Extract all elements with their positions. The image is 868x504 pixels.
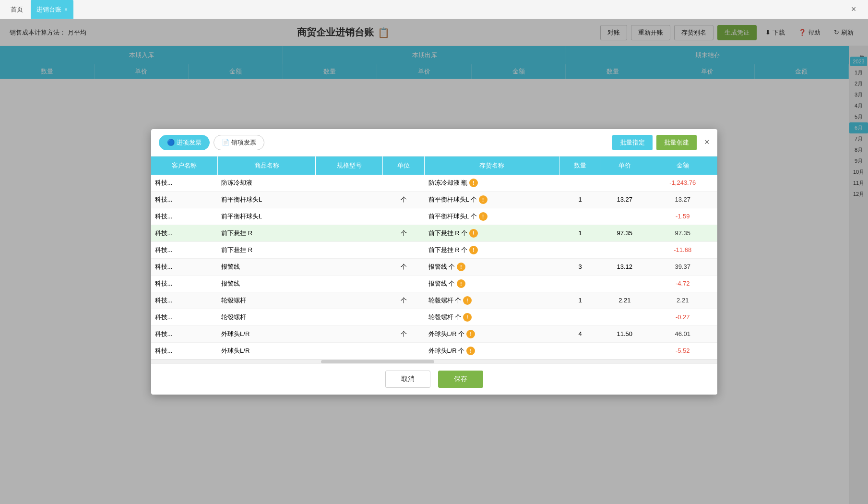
cell-customer-0: 科技...	[151, 175, 218, 192]
cell-amount-1: 13.27	[648, 191, 717, 208]
cell-quantity-4	[559, 241, 601, 258]
warning-icon: !	[469, 179, 478, 187]
cell-quantity-6	[559, 275, 601, 292]
save-button[interactable]: 保存	[438, 371, 483, 388]
cell-spec-2	[316, 208, 383, 225]
cell-customer-3: 科技...	[151, 225, 218, 241]
active-tab[interactable]: 进销台账 ×	[31, 0, 73, 19]
cell-customer-2: 科技...	[151, 208, 218, 225]
modal-horizontal-scrollbar[interactable]	[151, 360, 717, 363]
cell-spec-3	[316, 225, 383, 241]
modal-overlay: 🔵 进项发票 📄 销项发票 批量指定 批量创建 ×	[0, 19, 868, 504]
table-row: 科技... 外球头L/R 个 外球头L/R 个 ! 4 11.50 46.01	[151, 325, 717, 342]
cell-product-6: 报警线	[217, 275, 316, 292]
close-tab-icon[interactable]: ×	[64, 6, 68, 13]
cell-customer-8: 科技...	[151, 309, 218, 325]
cell-amount-5: 39.37	[648, 258, 717, 275]
cell-inventory-8: 轮毂螺杆 个 !	[425, 309, 559, 325]
cell-amount-4: -11.68	[648, 241, 717, 258]
cell-quantity-3: 1	[559, 225, 601, 241]
cell-amount-9: 46.01	[648, 325, 717, 342]
col-spec: 规格型号	[316, 156, 383, 175]
cell-amount-0: -1,243.76	[648, 175, 717, 192]
cell-quantity-7: 1	[559, 292, 601, 309]
table-row: 科技... 报警线 个 报警线 个 ! 3 13.12 39.37	[151, 258, 717, 275]
cell-unit-5: 个	[383, 258, 425, 275]
cell-unit-7: 个	[383, 292, 425, 309]
warning-icon: !	[479, 212, 488, 221]
col-unit-price: 单价	[601, 156, 648, 175]
table-row: 科技... 防冻冷却液 防冻冷却液 瓶 ! -1,243.76	[151, 175, 717, 192]
cell-product-10: 外球头L/R	[217, 342, 316, 359]
modal-close-button[interactable]: ×	[704, 135, 710, 150]
cell-inventory-1: 前平衡杆球头L 个 !	[425, 191, 559, 208]
cell-unit-10	[383, 342, 425, 359]
window-close-button[interactable]: ×	[844, 0, 863, 19]
cell-product-7: 轮毂螺杆	[217, 292, 316, 309]
modal-table: 客户名称 商品名称 规格型号 单位 存货名称 数量 单价 金额 科技... 防冻…	[151, 156, 717, 360]
table-row: 科技... 外球头L/R 外球头L/R 个 ! -5.52	[151, 342, 717, 359]
warning-icon: !	[469, 246, 478, 254]
cell-unit-price-0	[601, 175, 648, 192]
warning-icon: !	[479, 195, 488, 204]
cell-unit-3: 个	[383, 225, 425, 241]
cell-inventory-7: 轮毂螺杆 个 !	[425, 292, 559, 309]
cell-product-8: 轮毂螺杆	[217, 309, 316, 325]
table-row: 科技... 前平衡杆球头L 前平衡杆球头L 个 ! -1.59	[151, 208, 717, 225]
cell-unit-price-6	[601, 275, 648, 292]
warning-icon: !	[457, 263, 465, 271]
cell-spec-5	[316, 258, 383, 275]
cell-customer-10: 科技...	[151, 342, 218, 359]
cell-customer-9: 科技...	[151, 325, 218, 342]
cell-amount-6: -4.72	[648, 275, 717, 292]
warning-icon: !	[463, 313, 472, 322]
warning-icon: !	[469, 229, 478, 238]
cell-unit-0	[383, 175, 425, 192]
outbound-invoice-tab[interactable]: 📄 销项发票	[214, 135, 264, 150]
invoice-modal: 🔵 进项发票 📄 销项发票 批量指定 批量创建 ×	[151, 129, 717, 395]
cell-quantity-5: 3	[559, 258, 601, 275]
invoice-table: 客户名称 商品名称 规格型号 单位 存货名称 数量 单价 金额 科技... 防冻…	[151, 156, 717, 360]
batch-assign-button[interactable]: 批量指定	[612, 135, 653, 150]
outbound-invoice-label: 销项发票	[231, 138, 256, 147]
warning-icon: !	[463, 296, 472, 305]
cell-customer-5: 科技...	[151, 258, 218, 275]
table-row: 科技... 轮毂螺杆 个 轮毂螺杆 个 ! 1 2.21 2.21	[151, 292, 717, 309]
cell-inventory-0: 防冻冷却液 瓶 !	[425, 175, 559, 192]
cell-spec-8	[316, 309, 383, 325]
outbound-invoice-icon: 📄	[222, 139, 229, 146]
cell-amount-8: -0.27	[648, 309, 717, 325]
cell-amount-7: 2.21	[648, 292, 717, 309]
modal-header: 🔵 进项发票 📄 销项发票 批量指定 批量创建 ×	[151, 129, 717, 156]
cell-amount-10: -5.52	[648, 342, 717, 359]
cell-inventory-9: 外球头L/R 个 !	[425, 325, 559, 342]
cell-product-4: 前下悬挂 R	[217, 241, 316, 258]
table-row: 科技... 前下悬挂 R 个 前下悬挂 R 个 ! 1 97.35 97.35	[151, 225, 717, 241]
home-tab[interactable]: 首页	[5, 0, 29, 19]
cell-quantity-9: 4	[559, 325, 601, 342]
cell-spec-9	[316, 325, 383, 342]
col-customer: 客户名称	[151, 156, 218, 175]
cell-customer-6: 科技...	[151, 275, 218, 292]
cell-product-2: 前平衡杆球头L	[217, 208, 316, 225]
cancel-button[interactable]: 取消	[385, 371, 430, 388]
col-quantity: 数量	[559, 156, 601, 175]
batch-create-button[interactable]: 批量创建	[656, 135, 697, 150]
table-header-row: 客户名称 商品名称 规格型号 单位 存货名称 数量 单价 金额	[151, 156, 717, 175]
scrollbar-thumb[interactable]	[321, 360, 434, 363]
cell-product-0: 防冻冷却液	[217, 175, 316, 192]
cell-unit-4	[383, 241, 425, 258]
cell-product-9: 外球头L/R	[217, 325, 316, 342]
cell-inventory-5: 报警线 个 !	[425, 258, 559, 275]
cell-unit-price-4	[601, 241, 648, 258]
cell-customer-1: 科技...	[151, 191, 218, 208]
cell-unit-price-7: 2.21	[601, 292, 648, 309]
inbound-invoice-tab[interactable]: 🔵 进项发票	[159, 135, 210, 150]
cell-unit-price-3: 97.35	[601, 225, 648, 241]
main-area: 销售成本计算方法： 月平均 商贸企业进销台账 📋 对账 重新开账 存货别名 生成…	[0, 19, 868, 504]
cell-spec-6	[316, 275, 383, 292]
table-row: 科技... 前平衡杆球头L 个 前平衡杆球头L 个 ! 1 13.27 13.2…	[151, 191, 717, 208]
cell-inventory-2: 前平衡杆球头L 个 !	[425, 208, 559, 225]
cell-inventory-3: 前下悬挂 R 个 !	[425, 225, 559, 241]
cell-amount-3: 97.35	[648, 225, 717, 241]
